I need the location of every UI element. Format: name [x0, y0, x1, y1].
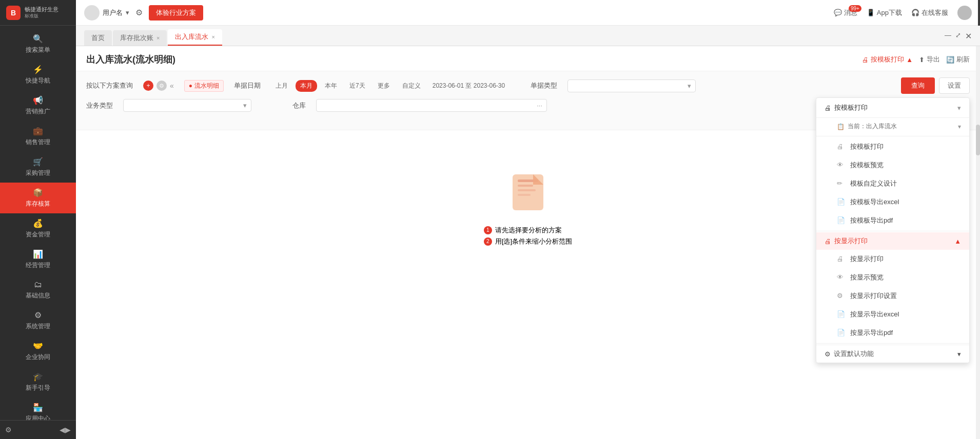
sidebar-label-purchase: 采购管理: [26, 169, 50, 177]
date-btn-this-month[interactable]: 本月: [296, 80, 317, 92]
online-service-button[interactable]: 🎧 在线客服: [911, 8, 948, 17]
display-print-item[interactable]: 🖨 按显示打印: [816, 250, 969, 268]
sidebar-item-purchase[interactable]: 🛒采购管理: [0, 152, 76, 183]
sidebar-nav: 🔍搜索菜单⚡快捷导航📢营销推广💼销售管理🛒采购管理📦库存核算💰资金管理📊经营管理…: [0, 26, 76, 420]
display-print-label: 按显示打印: [850, 254, 884, 264]
sidebar-item-inventory[interactable]: 📦库存核算: [0, 183, 76, 213]
export-button[interactable]: ⬆ 导出: [919, 55, 940, 64]
template-excel-item[interactable]: 📄 按模板导出excel: [816, 193, 969, 211]
sidebar-item-appcenter[interactable]: 🏪应用中心: [0, 397, 76, 420]
settings-button[interactable]: 设置: [939, 77, 970, 94]
refresh-button[interactable]: 🔄 刷新: [946, 55, 970, 64]
refresh-label: 刷新: [956, 55, 970, 64]
display-excel-item[interactable]: 📄 按显示导出excel: [816, 305, 969, 324]
sidebar-item-operations[interactable]: 📊经营管理: [0, 244, 76, 275]
empty-illustration: [502, 167, 554, 220]
sidebar-item-search[interactable]: 🔍搜索菜单: [0, 29, 76, 59]
print-template-icon: 🖨: [862, 56, 869, 64]
dropdown-header: 🖨 按模板打印 ▾: [816, 98, 969, 118]
biz-type-select[interactable]: ▾: [123, 99, 251, 112]
export-icon: ⬆: [919, 56, 925, 64]
sidebar-icon-sales: 💼: [33, 126, 43, 136]
page-actions: 🖨 按模板打印 ▲ ⬆ 导出 🔄 刷新: [862, 55, 970, 64]
biz-type-label: 业务类型: [86, 101, 113, 110]
tab-expand-icon[interactable]: ⤢: [955, 31, 961, 41]
dropdown-header-arrow[interactable]: ▾: [957, 104, 961, 112]
sidebar-icon-search: 🔍: [33, 34, 43, 44]
print-template-button[interactable]: 🖨 按模板打印 ▲: [862, 55, 913, 64]
sidebar-item-enterprise[interactable]: 🤝企业协同: [0, 336, 76, 367]
refresh-icon: 🔄: [946, 56, 954, 64]
date-btn-7days[interactable]: 近7天: [345, 80, 370, 92]
sidebar-icon-basics: 🗂: [34, 280, 42, 289]
tab-minimize-icon[interactable]: —: [945, 31, 951, 41]
doc-type-select[interactable]: ▾: [567, 79, 696, 92]
filter-settings-button[interactable]: ⚙: [156, 81, 167, 91]
tab-batch-account-close[interactable]: ×: [156, 35, 160, 41]
tab-batch-account[interactable]: 库存批次账 ×: [113, 30, 167, 46]
date-btn-last-month[interactable]: 上月: [271, 80, 292, 92]
online-service-icon: 🎧: [911, 9, 919, 16]
tab-close-icon[interactable]: ✕: [965, 31, 972, 41]
messages-button[interactable]: 💬 消息 99+: [834, 8, 857, 17]
app-download-button[interactable]: 📱 App下载: [867, 8, 902, 17]
tab-home[interactable]: 首页: [84, 30, 112, 46]
sidebar-item-quick-nav[interactable]: ⚡快捷导航: [0, 59, 76, 90]
user-dropdown-icon[interactable]: ▾: [126, 9, 129, 16]
sidebar-item-system[interactable]: ⚙系统管理: [0, 305, 76, 336]
svg-rect-3: [518, 189, 536, 191]
footer-collapse-icon[interactable]: ◀▶: [60, 426, 71, 434]
date-btn-this-year[interactable]: 本年: [320, 80, 342, 92]
display-pdf-item[interactable]: 📄 按显示导出pdf: [816, 324, 969, 342]
app-name-block: 畅捷通好生意 标准版: [25, 6, 58, 19]
topbar-settings-icon[interactable]: ⚙: [135, 8, 143, 17]
filter-toolbar: + ⚙ «: [143, 81, 174, 91]
date-btn-more[interactable]: 更多: [373, 80, 395, 92]
dropdown-footer-label: 设置默认功能: [834, 349, 874, 358]
sidebar-icon-inventory: 📦: [33, 188, 43, 197]
footer-settings-icon[interactable]: ⚙: [5, 426, 12, 434]
template-pdf-icon: 📄: [837, 216, 845, 225]
sidebar-item-marketing[interactable]: 📢营销推广: [0, 90, 76, 121]
display-section-header: 🖨 按显示打印 ▲: [816, 232, 969, 250]
tab-flow[interactable]: 出入库流水 ×: [168, 29, 222, 46]
display-section-arrow[interactable]: ▲: [954, 237, 961, 245]
date-range-display: 2023-06-01 至 2023-06-30: [433, 82, 505, 90]
tab-flow-close[interactable]: ×: [211, 34, 214, 40]
dropdown-header-text: 按模板打印: [834, 103, 868, 112]
search-button[interactable]: 查询: [901, 77, 935, 94]
template-custom-item[interactable]: ✏ 模板自定义设计: [816, 174, 969, 193]
filter-add-button[interactable]: +: [143, 81, 153, 91]
template-pdf-label: 按模板导出pdf: [850, 216, 893, 225]
sidebar-icon-marketing: 📢: [33, 95, 43, 105]
filter-collapse-arrow[interactable]: «: [170, 82, 174, 90]
sidebar-icon-enterprise: 🤝: [33, 341, 43, 351]
current-arrow[interactable]: ▾: [958, 123, 961, 130]
sidebar-item-sales[interactable]: 💼销售管理: [0, 121, 76, 152]
current-icon: 📋: [837, 123, 845, 130]
right-scrollbar-thumb[interactable]: [976, 125, 980, 155]
display-preview-item[interactable]: 👁 按显示预览: [816, 268, 969, 287]
sidebar-label-inventory: 库存核算: [26, 199, 50, 208]
template-pdf-item[interactable]: 📄 按模板导出pdf: [816, 211, 969, 230]
empty-tip-2: 2 用[选]条件来缩小分析范围: [484, 237, 572, 246]
dropdown-header-title: 🖨 按模板打印: [825, 103, 868, 112]
sidebar-label-appcenter: 应用中心: [26, 414, 50, 420]
trial-button[interactable]: 体验行业方案: [149, 5, 203, 21]
print-template-arrow[interactable]: ▲: [906, 56, 913, 64]
template-print-item[interactable]: 🖨 按模板打印: [816, 137, 969, 156]
topbar-right: 💬 消息 99+ 📱 App下载 🎧 在线客服: [834, 6, 972, 20]
flow-detail-tag-label: 流水明细: [194, 82, 219, 90]
sidebar-item-guide[interactable]: 🎓新手引导: [0, 367, 76, 397]
tip-num-1: 1: [484, 226, 492, 234]
template-preview-item[interactable]: 👁 按模板预览: [816, 156, 969, 174]
dropdown-footer[interactable]: ⚙ 设置默认功能 ▾: [816, 345, 969, 363]
sidebar-icon-purchase: 🛒: [33, 157, 43, 167]
date-btn-custom[interactable]: 自定义: [398, 80, 425, 92]
sidebar-item-basics[interactable]: 🗂基础信息: [0, 275, 76, 305]
sidebar-item-finance[interactable]: 💰资金管理: [0, 213, 76, 244]
tab-home-label: 首页: [91, 33, 105, 43]
display-settings-item[interactable]: ⚙ 按显示打印设置: [816, 287, 969, 305]
warehouse-select[interactable]: ···: [316, 99, 547, 112]
topbar-user-avatar[interactable]: [957, 6, 972, 20]
